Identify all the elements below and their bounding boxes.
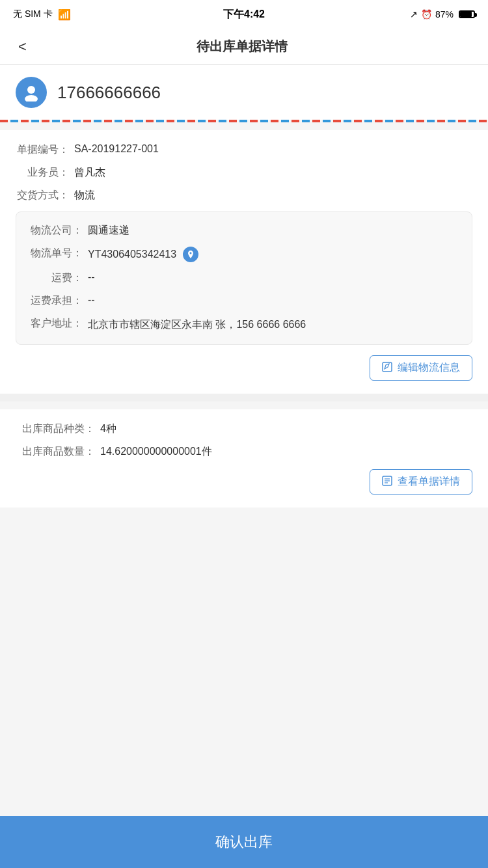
freight-label: 运费：: [29, 271, 88, 285]
status-bar: 无 SIM 卡 📶 下午4:42 ↗ ⏰ 87%: [0, 0, 488, 29]
logistics-company-row: 物流公司： 圆通速递: [29, 224, 459, 237]
order-no-label: 单据编号：: [16, 143, 74, 157]
battery-fill: [460, 12, 472, 17]
goods-type-row: 出库商品种类： 4种: [16, 422, 472, 436]
dashed-separator: [0, 120, 488, 122]
empty-space: [0, 508, 488, 638]
nav-bar: < 待出库单据详情: [0, 29, 488, 65]
avatar: [16, 77, 47, 108]
edit-icon: [382, 362, 392, 375]
order-no-row: 单据编号： SA-20191227-001: [16, 143, 472, 157]
salesman-value: 曾凡杰: [74, 166, 472, 180]
address-value: 北京市市辖区海淀区永丰南 张，156 6666 6666: [88, 317, 459, 332]
tracking-number: YT4306405342413: [88, 249, 176, 260]
goods-type-label: 出库商品种类：: [16, 422, 100, 436]
freight-row: 运费： --: [29, 271, 459, 285]
delivery-label: 交货方式：: [16, 189, 74, 202]
tracking-label: 物流单号：: [29, 247, 88, 260]
location-pin-icon[interactable]: [183, 247, 198, 262]
address-label: 客户地址：: [29, 317, 88, 331]
view-detail-label: 查看单据详情: [398, 475, 460, 489]
goods-section: 出库商品种类： 4种 出库商品数量： 14.620000000000001件 查…: [0, 409, 488, 508]
status-left: 无 SIM 卡 📶: [13, 8, 71, 21]
battery-label: 87%: [435, 9, 454, 20]
view-detail-button[interactable]: 查看单据详情: [370, 469, 472, 495]
customer-section: 17666666666: [0, 65, 488, 120]
battery-bar: [459, 10, 475, 18]
freight-value: --: [88, 271, 459, 283]
order-info-section: 单据编号： SA-20191227-001 业务员： 曾凡杰 交货方式： 物流 …: [0, 130, 488, 394]
wifi-icon: 📶: [58, 8, 71, 21]
address-row: 客户地址： 北京市市辖区海淀区永丰南 张，156 6666 6666: [29, 317, 459, 332]
logistics-company-label: 物流公司：: [29, 224, 88, 237]
order-no-value: SA-20191227-001: [74, 143, 472, 155]
logistics-company-value: 圆通速递: [88, 224, 459, 237]
customer-phone: 17666666666: [57, 83, 161, 103]
page-title: 待出库单据详情: [38, 38, 446, 55]
edit-logistics-label: 编辑物流信息: [398, 361, 460, 375]
status-right: ↗ ⏰ 87%: [410, 9, 475, 20]
salesman-label: 业务员：: [16, 166, 74, 180]
goods-type-value: 4种: [100, 422, 472, 436]
edit-logistics-button[interactable]: 编辑物流信息: [370, 355, 472, 381]
freight-bearer-value: --: [88, 294, 459, 306]
location-icon: ↗: [410, 9, 418, 20]
svg-point-1: [25, 95, 38, 102]
tracking-row: 物流单号： YT4306405342413: [29, 247, 459, 262]
view-btn-row: 查看单据详情: [16, 469, 472, 495]
tracking-value-container: YT4306405342413: [88, 247, 198, 262]
confirm-bar[interactable]: 确认出库: [0, 816, 488, 868]
delivery-row: 交货方式： 物流: [16, 189, 472, 202]
goods-quantity-value: 14.620000000000001件: [100, 445, 472, 459]
delivery-value: 物流: [74, 189, 472, 202]
logistics-card: 物流公司： 圆通速递 物流单号： YT4306405342413 运费： --: [16, 211, 472, 345]
svg-point-0: [27, 86, 35, 94]
status-time: 下午4:42: [223, 8, 265, 21]
carrier-label: 无 SIM 卡: [13, 8, 53, 20]
clock-icon: ⏰: [421, 9, 432, 20]
freight-bearer-row: 运费承担： --: [29, 294, 459, 308]
salesman-row: 业务员： 曾凡杰: [16, 166, 472, 180]
freight-bearer-label: 运费承担：: [29, 294, 88, 308]
goods-quantity-row: 出库商品数量： 14.620000000000001件: [16, 445, 472, 459]
view-detail-icon: [382, 476, 392, 489]
main-content: 17666666666 单据编号： SA-20191227-001 业务员： 曾…: [0, 65, 488, 816]
section-divider: [0, 394, 488, 401]
edit-btn-row: 编辑物流信息: [16, 355, 472, 381]
goods-quantity-label: 出库商品数量：: [16, 445, 100, 459]
confirm-button-label: 确认出库: [215, 832, 273, 852]
back-button[interactable]: <: [13, 33, 32, 61]
